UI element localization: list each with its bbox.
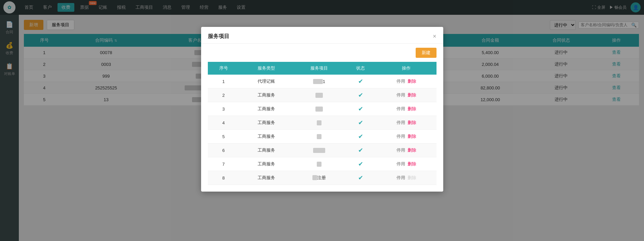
modal-cell-type: 工商服务 <box>239 102 294 116</box>
status-active-icon: ✔ <box>358 147 363 154</box>
modal-cell-seq: 5 <box>208 130 239 144</box>
status-active-icon: ✔ <box>358 161 363 167</box>
modal-table-row: 2 工商服务 ✔ 停用 删除 <box>208 88 437 102</box>
modal-col-status: 状态 <box>345 62 376 75</box>
stop-button[interactable]: 停用 <box>396 106 405 111</box>
modal-cell-type: 工商服务 <box>239 88 294 102</box>
modal-cell-action: 停用 删除 <box>376 102 436 116</box>
delete-button[interactable]: 删除 <box>408 79 416 84</box>
modal-cell-item <box>294 116 345 130</box>
modal-cell-type: 代理记账 <box>239 75 294 88</box>
modal-cell-seq: 6 <box>208 144 239 157</box>
modal-cell-status: ✔ <box>345 171 376 185</box>
stop-button[interactable]: 停用 <box>396 120 405 125</box>
stop-button[interactable]: 停用 <box>396 148 405 153</box>
stop-button[interactable]: 停用 <box>396 161 405 166</box>
modal-table-row: 4 工商服务 ✔ 停用 删除 <box>208 116 437 130</box>
modal-overlay: 服务项目 × 新建 序号 服务类型 服务项目 状态 操作 <box>0 0 644 241</box>
modal-table-row: 1 代理记账 1 ✔ 停用 删除 <box>208 75 437 88</box>
modal-cell-seq: 2 <box>208 88 239 102</box>
modal-cell-item <box>294 130 345 144</box>
blurred-item <box>315 107 323 112</box>
modal-cell-seq: 1 <box>208 75 239 88</box>
modal-col-action: 操作 <box>376 62 436 75</box>
status-active-icon: ✔ <box>358 92 363 98</box>
blurred-item <box>317 162 321 167</box>
delete-button[interactable]: 删除 <box>408 148 416 153</box>
blurred-item <box>312 175 317 180</box>
delete-button[interactable]: 删除 <box>408 92 416 97</box>
stop-button[interactable]: 停用 <box>396 134 405 139</box>
modal-new-button[interactable]: 新建 <box>416 48 437 58</box>
modal-cell-type: 工商服务 <box>239 157 294 171</box>
service-items-modal: 服务项目 × 新建 序号 服务类型 服务项目 状态 操作 <box>201 27 443 192</box>
modal-header: 服务项目 × <box>201 27 443 44</box>
modal-cell-item: 1 <box>294 75 345 88</box>
modal-cell-action: 停用 删除 <box>376 144 436 157</box>
modal-cell-seq: 8 <box>208 171 239 185</box>
modal-cell-action: 停用 删除 <box>376 75 436 88</box>
status-active-icon: ✔ <box>358 174 363 181</box>
modal-cell-action: 停用 删除 <box>376 171 436 185</box>
modal-cell-action: 停用 删除 <box>376 157 436 171</box>
delete-button[interactable]: 删除 <box>408 106 416 111</box>
delete-button[interactable]: 删除 <box>408 120 416 125</box>
modal-col-seq: 序号 <box>208 62 239 75</box>
modal-cell-item <box>294 102 345 116</box>
modal-table-row: 7 工商服务 ✔ 停用 删除 <box>208 157 437 171</box>
modal-cell-status: ✔ <box>345 116 376 130</box>
modal-table-row: 3 工商服务 ✔ 停用 删除 <box>208 102 437 116</box>
delete-button[interactable]: 删除 <box>408 134 416 139</box>
modal-cell-item <box>294 157 345 171</box>
modal-cell-action: 停用 删除 <box>376 88 436 102</box>
delete-button[interactable]: 删除 <box>408 175 416 180</box>
modal-cell-type: 工商服务 <box>239 130 294 144</box>
modal-title: 服务项目 <box>208 33 229 40</box>
service-items-table: 序号 服务类型 服务项目 状态 操作 1 代理记账 1 ✔ <box>208 62 437 185</box>
modal-cell-action: 停用 删除 <box>376 130 436 144</box>
modal-cell-item <box>294 88 345 102</box>
modal-cell-status: ✔ <box>345 157 376 171</box>
modal-toolbar: 新建 <box>201 44 443 62</box>
modal-cell-seq: 3 <box>208 102 239 116</box>
stop-button[interactable]: 停用 <box>396 79 405 84</box>
modal-cell-status: ✔ <box>345 88 376 102</box>
status-active-icon: ✔ <box>358 106 363 112</box>
modal-cell-status: ✔ <box>345 102 376 116</box>
modal-table-row: 5 工商服务 ✔ 停用 删除 <box>208 130 437 144</box>
modal-col-type: 服务类型 <box>239 62 294 75</box>
modal-cell-type: 工商服务 <box>239 144 294 157</box>
modal-cell-seq: 4 <box>208 116 239 130</box>
modal-cell-type: 工商服务 <box>239 171 294 185</box>
delete-button[interactable]: 删除 <box>408 161 416 166</box>
modal-cell-action: 停用 删除 <box>376 116 436 130</box>
modal-cell-status: ✔ <box>345 75 376 88</box>
blurred-item <box>315 93 323 98</box>
modal-col-item: 服务项目 <box>294 62 345 75</box>
status-active-icon: ✔ <box>358 78 363 85</box>
modal-cell-status: ✔ <box>345 130 376 144</box>
modal-table-wrap: 序号 服务类型 服务项目 状态 操作 1 代理记账 1 ✔ <box>201 62 443 192</box>
modal-cell-type: 工商服务 <box>239 116 294 130</box>
modal-cell-seq: 7 <box>208 157 239 171</box>
modal-table-row: 8 工商服务 注册 ✔ 停用 删除 <box>208 171 437 185</box>
status-active-icon: ✔ <box>358 119 363 126</box>
blurred-item <box>313 79 323 84</box>
modal-cell-item <box>294 144 345 157</box>
modal-close-button[interactable]: × <box>433 33 437 40</box>
stop-button[interactable]: 停用 <box>396 175 405 180</box>
status-active-icon: ✔ <box>358 133 363 140</box>
modal-table-row: 6 工商服务 ✔ 停用 删除 <box>208 144 437 157</box>
modal-cell-status: ✔ <box>345 144 376 157</box>
stop-button[interactable]: 停用 <box>396 92 405 97</box>
blurred-item <box>313 148 325 153</box>
blurred-item <box>317 134 321 139</box>
modal-cell-item: 注册 <box>294 171 345 185</box>
blurred-item <box>317 120 321 125</box>
